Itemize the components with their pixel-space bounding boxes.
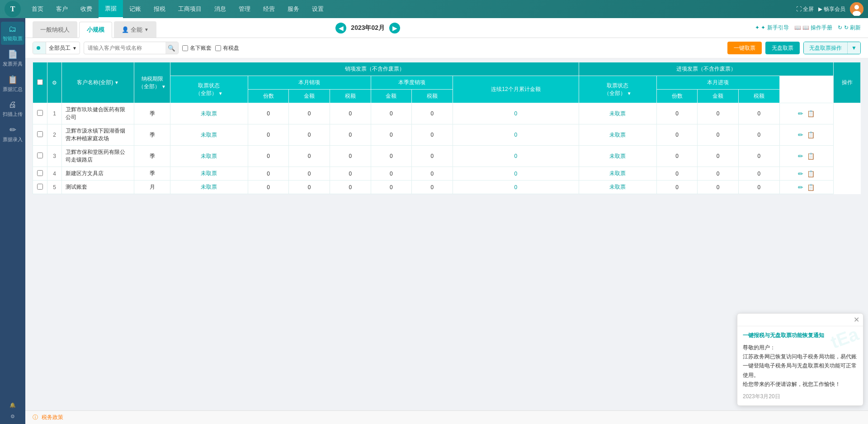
row-checkbox[interactable] — [33, 124, 47, 146]
nav-message[interactable]: 消息 — [208, 0, 232, 18]
employee-select[interactable]: 全部员工 ▼ — [33, 42, 80, 54]
nav-service[interactable]: 服务 — [281, 0, 306, 18]
bottom-bar: ⓘ 税务政策 — [25, 410, 868, 424]
tab-small-scale[interactable]: 小规模 — [79, 22, 112, 38]
nodisk-ops-main[interactable]: 无盘取票操作 — [804, 42, 847, 54]
checkbox-myaccount[interactable] — [182, 45, 188, 51]
row-action: ✏ 📋 — [779, 103, 833, 124]
bottom-sidebar-notification[interactable]: 🔔 — [1, 400, 24, 410]
manual-link[interactable]: 📖 📖 操作手册 — [794, 24, 833, 32]
checkbox-label-taxdisk[interactable]: 有税盘 — [215, 44, 239, 52]
row-action: ✏ 📋 — [779, 146, 833, 167]
nav-accounting[interactable]: 记账 — [123, 0, 147, 18]
row-p-month-tax: 0 — [738, 124, 779, 146]
row-edit-icon[interactable]: ✏ — [798, 110, 803, 117]
row-s-month-count: 0 — [248, 103, 289, 124]
row-s-12month[interactable]: 0 — [453, 146, 579, 167]
row-select-0[interactable] — [37, 110, 43, 116]
notif-header: ✕ — [737, 314, 863, 326]
row-checkbox[interactable] — [33, 167, 47, 181]
notif-body-text: 江苏政务网已恢复访问电子税务局功能，易代账一键登陆电子税务局与无盘取票相关功能可… — [743, 352, 858, 380]
checkbox-taxdisk[interactable] — [215, 45, 221, 51]
row-p-month-count: 0 — [656, 181, 698, 194]
th-action: 操作 — [834, 62, 861, 103]
row-checkbox[interactable] — [33, 181, 47, 194]
period-nav: ◀ 2023年02月 ▶ — [335, 23, 400, 33]
row-p-month-tax: 0 — [738, 167, 779, 181]
tab-all[interactable]: 👤 全能 ▼ — [114, 21, 156, 38]
row-select-1[interactable] — [37, 131, 43, 137]
row-s-12month[interactable]: 0 — [453, 167, 579, 181]
row-edit-icon[interactable]: ✏ — [798, 170, 803, 177]
row-client: 卫辉市保和堂医药有限公司走镶路店 — [62, 146, 134, 167]
refresh-link[interactable]: ↻ ↻ 刷新 — [838, 24, 861, 32]
row-view-icon[interactable]: 📋 — [807, 152, 815, 160]
row-checkbox[interactable] — [33, 146, 47, 167]
sidebar-item-summary[interactable]: 📋 票据汇总 — [1, 72, 24, 95]
row-p-month-amount: 0 — [698, 146, 739, 167]
one-click-btn[interactable]: 一键取票 — [727, 42, 762, 54]
row-view-icon[interactable]: 📋 — [807, 131, 815, 138]
user-avatar[interactable] — [850, 2, 863, 16]
row-edit-icon[interactable]: ✏ — [798, 131, 803, 138]
row-view-icon[interactable]: 📋 — [807, 184, 815, 191]
sidebar-item-smart-invoice[interactable]: 🗂 智能取票 — [1, 22, 24, 45]
search-button[interactable]: 🔍 — [165, 42, 178, 54]
nav-fee[interactable]: 收费 — [74, 0, 99, 18]
row-p-month-tax: 0 — [738, 181, 779, 194]
th-purchase: 进项发票（不含作废票） — [579, 62, 834, 76]
row-s-12month[interactable]: 0 — [453, 103, 579, 124]
row-edit-icon[interactable]: ✏ — [798, 184, 803, 191]
th-client[interactable]: 客户名称(全部) — [62, 62, 134, 103]
row-select-2[interactable] — [37, 152, 43, 158]
member-btn[interactable]: ▶ 畅享会员 — [818, 5, 845, 13]
bottom-sidebar-settings[interactable]: ⚙ — [1, 412, 24, 421]
tab-general[interactable]: 一般纳税人 — [33, 21, 77, 38]
row-view-icon[interactable]: 📋 — [807, 170, 815, 177]
notif-close-btn[interactable]: ✕ — [854, 315, 859, 324]
nav-operation[interactable]: 经营 — [257, 0, 281, 18]
row-s-12month[interactable]: 0 — [453, 124, 579, 146]
row-s-month-amount: 0 — [289, 124, 330, 146]
nav-business[interactable]: 工商项目 — [172, 0, 208, 18]
row-period: 季 — [134, 103, 170, 124]
period-next-btn[interactable]: ▶ — [389, 23, 400, 33]
sidebar-item-entry[interactable]: ✏ 票据录入 — [1, 122, 24, 146]
row-select-4[interactable] — [37, 184, 43, 190]
select-value[interactable]: 全部员工 ▼ — [46, 44, 80, 52]
notification-panel: ✕ tEa 一键报税与无盘取票功能恢复通知 尊敬的用户： 江苏政务网已恢复访问电… — [737, 313, 863, 406]
row-view-icon[interactable]: 📋 — [807, 110, 815, 117]
app-logo[interactable]: T — [5, 1, 21, 17]
sidebar-item-scan-upload[interactable]: 🖨 扫描上传 — [1, 97, 24, 120]
select-dot — [37, 46, 40, 50]
search-input[interactable] — [84, 45, 165, 51]
nav-invoice[interactable]: 票据 — [99, 0, 123, 18]
row-s-quarter-tax: 0 — [412, 103, 453, 124]
row-checkbox[interactable] — [33, 103, 47, 124]
nav-manage[interactable]: 管理 — [232, 0, 257, 18]
fullscreen-btn[interactable]: ⛶ 全屏 — [796, 5, 814, 13]
toolbar-right: 一键取票 无盘取票 无盘取票操作 ▼ — [727, 42, 861, 54]
th-period[interactable]: 纳税期限（全部） — [134, 62, 170, 103]
row-client: 卫辉市汲水镇下园湖香烟营木种植家庭农场 — [62, 124, 134, 146]
th-take-status-sales[interactable]: 取票状态（全部） — [170, 76, 248, 103]
issue-invoice-icon: 📄 — [8, 49, 18, 59]
nav-home[interactable]: 首页 — [25, 0, 50, 18]
tax-policy-icon: ⓘ — [33, 414, 38, 421]
checkbox-label-myaccount[interactable]: 名下账套 — [182, 44, 212, 52]
tax-policy-link[interactable]: 税务政策 — [42, 414, 63, 421]
select-all-checkbox[interactable] — [37, 79, 43, 85]
new-guide-link[interactable]: ✦ ✦ 新手引导 — [755, 24, 789, 32]
nav-client[interactable]: 客户 — [50, 0, 74, 18]
no-disk-btn[interactable]: 无盘取票 — [765, 42, 800, 54]
th-take-status-purchase[interactable]: 取票状态（全部） — [579, 76, 657, 103]
nav-settings[interactable]: 设置 — [306, 0, 330, 18]
sidebar-item-issue-invoice[interactable]: 📄 发票开具 — [1, 47, 24, 70]
period-prev-btn[interactable]: ◀ — [335, 23, 346, 33]
row-s-12month[interactable]: 0 — [453, 181, 579, 194]
row-select-3[interactable] — [37, 170, 43, 176]
nav-tax[interactable]: 报税 — [147, 0, 172, 18]
table-body: 1 卫辉市玖玖健合医药有限公司 季 未取票 0 0 0 0 0 0 未取票 0 … — [33, 103, 861, 194]
nodisk-ops-arrow[interactable]: ▼ — [847, 42, 860, 54]
row-edit-icon[interactable]: ✏ — [798, 152, 803, 160]
